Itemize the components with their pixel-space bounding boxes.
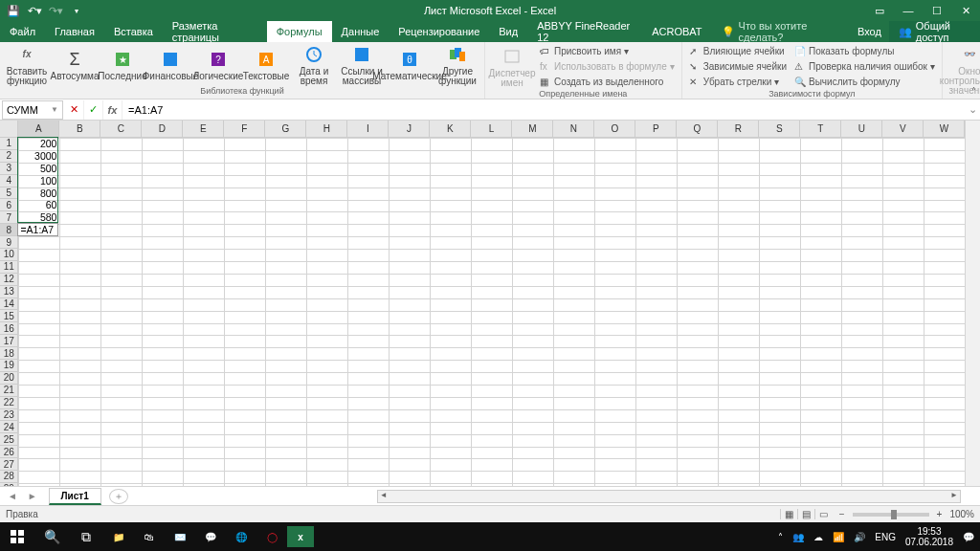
column-header[interactable]: R bbox=[718, 121, 759, 138]
trace-dependents-button[interactable]: ➘Зависимые ячейки bbox=[686, 59, 790, 74]
qat-customize-icon[interactable]: ▾ bbox=[69, 3, 84, 18]
chevron-down-icon[interactable]: ▼ bbox=[51, 105, 58, 114]
sign-in-button[interactable]: Вход bbox=[850, 26, 889, 37]
cells-area[interactable]: 200300050010080060580=A1:A7 bbox=[18, 138, 965, 486]
tab-home[interactable]: Главная bbox=[45, 21, 104, 42]
row-header[interactable]: 14 bbox=[0, 298, 18, 311]
cell[interactable]: 200 bbox=[18, 138, 58, 149]
zoom-slider[interactable] bbox=[853, 513, 929, 517]
show-formulas-button[interactable]: 📄Показать формулы bbox=[791, 44, 938, 58]
volume-icon[interactable]: 🔊 bbox=[854, 532, 865, 542]
column-header[interactable]: B bbox=[59, 121, 100, 138]
cell[interactable]: 580 bbox=[18, 211, 58, 223]
row-header[interactable]: 10 bbox=[0, 249, 18, 261]
column-header[interactable]: M bbox=[512, 121, 553, 138]
notifications-icon[interactable]: 💬 bbox=[963, 532, 974, 542]
select-all-button[interactable] bbox=[0, 121, 18, 138]
row-header[interactable]: 25 bbox=[0, 433, 18, 446]
share-button[interactable]: 👥 Общий доступ bbox=[889, 20, 980, 43]
column-header[interactable]: K bbox=[430, 121, 471, 138]
minimize-icon[interactable]: — bbox=[894, 0, 923, 21]
excel-taskbar-icon[interactable]: x bbox=[287, 526, 314, 547]
column-header[interactable]: D bbox=[142, 121, 183, 138]
row-header[interactable]: 13 bbox=[0, 286, 18, 298]
add-sheet-button[interactable]: ＋ bbox=[109, 489, 128, 504]
store-icon[interactable]: 🛍 bbox=[134, 522, 165, 551]
close-icon[interactable]: ✕ bbox=[951, 0, 980, 21]
row-header[interactable]: 3 bbox=[0, 163, 18, 175]
column-header[interactable]: H bbox=[306, 121, 347, 138]
math-button[interactable]: θ Математические bbox=[387, 49, 433, 81]
taskbar-clock[interactable]: 19:53 07.06.2018 bbox=[905, 526, 953, 547]
task-view-icon[interactable]: ⧉ bbox=[69, 522, 103, 551]
define-name-button[interactable]: 🏷Присвоить имя ▾ bbox=[537, 44, 678, 58]
zoom-out-icon[interactable]: − bbox=[839, 509, 845, 519]
tell-me-search[interactable]: 💡 Что вы хотите сделать? bbox=[712, 21, 850, 42]
collapse-ribbon-icon[interactable]: ˄ bbox=[971, 86, 976, 97]
people-icon[interactable]: 👥 bbox=[792, 532, 804, 542]
column-header[interactable]: L bbox=[471, 121, 512, 138]
editing-cell[interactable]: =A1:A7 bbox=[17, 223, 58, 236]
text-button[interactable]: A Текстовые bbox=[243, 49, 289, 81]
column-header[interactable]: N bbox=[553, 121, 594, 138]
row-header[interactable]: 5 bbox=[0, 187, 18, 200]
redo-icon[interactable]: ↷▾ bbox=[48, 3, 63, 18]
search-icon[interactable]: 🔍 bbox=[34, 522, 69, 551]
row-header[interactable]: 9 bbox=[0, 236, 18, 249]
more-functions-button[interactable]: Другие функции bbox=[434, 44, 480, 86]
tab-acrobat[interactable]: ACROBAT bbox=[642, 21, 711, 42]
row-header[interactable]: 20 bbox=[0, 372, 18, 385]
column-header[interactable]: G bbox=[265, 121, 306, 138]
column-header[interactable]: O bbox=[594, 121, 635, 138]
row-header[interactable]: 7 bbox=[0, 211, 18, 224]
row-header[interactable]: 24 bbox=[0, 421, 18, 433]
tab-review[interactable]: Рецензирование bbox=[389, 21, 489, 42]
cell[interactable]: 800 bbox=[18, 187, 58, 199]
column-header[interactable]: W bbox=[924, 121, 965, 138]
vertical-scrollbar[interactable] bbox=[965, 121, 980, 486]
skype-icon[interactable]: 💬 bbox=[195, 522, 226, 551]
zoom-level[interactable]: 100% bbox=[949, 509, 974, 519]
column-header[interactable]: E bbox=[183, 121, 224, 138]
column-header[interactable]: F bbox=[224, 121, 265, 138]
column-header[interactable]: C bbox=[100, 121, 142, 138]
sheet-nav-buttons[interactable]: ◄ ► bbox=[0, 491, 49, 501]
tab-file[interactable]: Файл bbox=[0, 21, 45, 42]
cell[interactable]: 60 bbox=[18, 200, 58, 211]
autosum-button[interactable]: Σ Автосумма bbox=[52, 49, 98, 81]
tab-finereader[interactable]: ABBYY FineReader 12 bbox=[527, 21, 642, 42]
column-header[interactable]: V bbox=[882, 121, 924, 138]
row-header[interactable]: 26 bbox=[0, 446, 18, 458]
worksheet-grid[interactable]: 1234567891011121314151617181920212223242… bbox=[0, 121, 980, 486]
opera-icon[interactable]: ◯ bbox=[256, 522, 287, 551]
row-header[interactable]: 28 bbox=[0, 471, 18, 483]
evaluate-formula-button[interactable]: 🔍Вычислить формулу bbox=[791, 75, 938, 89]
expand-formula-bar-icon[interactable]: ⌄ bbox=[965, 103, 980, 116]
column-header[interactable]: T bbox=[800, 121, 841, 138]
logical-button[interactable]: ? Логические bbox=[195, 49, 241, 81]
view-buttons[interactable]: ▦▤▭ bbox=[780, 509, 832, 519]
tab-page-layout[interactable]: Разметка страницы bbox=[163, 21, 267, 42]
column-header[interactable]: U bbox=[841, 121, 882, 138]
onedrive-icon[interactable]: ☁ bbox=[813, 532, 823, 542]
column-header[interactable]: Q bbox=[677, 121, 718, 138]
tab-formulas[interactable]: Формулы bbox=[267, 21, 332, 42]
column-header[interactable]: A bbox=[18, 121, 59, 138]
remove-arrows-button[interactable]: ✕Убрать стрелки ▾ bbox=[686, 75, 790, 89]
use-in-formula-button[interactable]: fxИспользовать в формуле ▾ bbox=[537, 59, 678, 74]
sheet-tab-active[interactable]: Лист1 bbox=[49, 488, 101, 505]
insert-function-button[interactable]: fx Вставить функцию bbox=[4, 44, 50, 86]
maximize-icon[interactable]: ☐ bbox=[923, 0, 951, 21]
datetime-button[interactable]: Дата и время bbox=[291, 44, 337, 86]
row-header[interactable]: 16 bbox=[0, 322, 18, 335]
row-header[interactable]: 6 bbox=[0, 199, 18, 211]
row-header[interactable]: 8 bbox=[0, 224, 18, 236]
cell[interactable]: 500 bbox=[18, 163, 58, 174]
start-button[interactable] bbox=[0, 522, 34, 551]
horizontal-scrollbar[interactable] bbox=[377, 490, 961, 503]
column-header[interactable]: I bbox=[347, 121, 389, 138]
row-header[interactable]: 11 bbox=[0, 261, 18, 274]
column-header[interactable]: S bbox=[759, 121, 800, 138]
cell[interactable]: 100 bbox=[18, 175, 58, 187]
create-from-selection-button[interactable]: ▦Создать из выделенного bbox=[537, 75, 678, 89]
